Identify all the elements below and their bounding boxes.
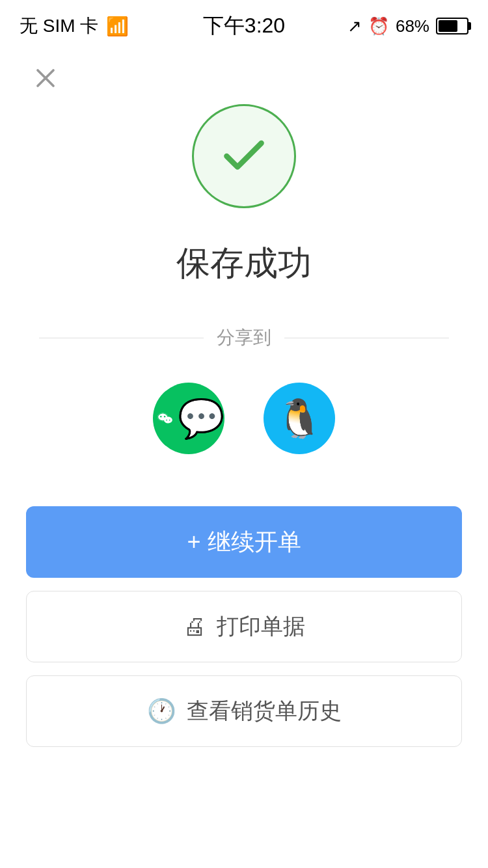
success-circle — [192, 104, 296, 208]
status-time: 下午3:20 — [203, 12, 285, 40]
history-icon: 🕐 — [147, 698, 176, 725]
checkmark-icon — [218, 130, 270, 182]
history-label: 查看销货单历史 — [187, 696, 342, 726]
svg-point-10 — [169, 419, 170, 420]
divider-right — [284, 338, 449, 338]
wechat-icon — [153, 398, 178, 440]
svg-point-5 — [160, 416, 161, 417]
divider-left — [39, 338, 204, 338]
battery-percent: 68% — [396, 16, 429, 36]
print-label: 打印单据 — [217, 612, 305, 642]
location-icon: ↗ — [347, 16, 362, 36]
battery-container — [436, 18, 468, 34]
alarm-icon: ⏰ — [368, 16, 389, 36]
continue-order-label: + 继续开单 — [187, 526, 301, 558]
battery-bar — [436, 18, 468, 34]
status-bar: 无 SIM 卡 📶 下午3:20 ↗ ⏰ 68% — [0, 0, 488, 52]
svg-point-9 — [166, 419, 167, 420]
main-content: 保存成功 分享到 💬 — [0, 52, 488, 747]
success-title: 保存成功 — [176, 241, 312, 286]
status-left: 无 SIM 卡 📶 — [20, 14, 129, 38]
qq-symbol: 🐧 — [276, 400, 323, 437]
print-button[interactable]: 🖨 打印单据 — [26, 591, 462, 662]
close-icon — [34, 66, 57, 90]
print-icon: 🖨 — [183, 613, 206, 640]
continue-order-button[interactable]: + 继续开单 — [26, 506, 462, 578]
svg-point-6 — [164, 416, 165, 417]
wifi-icon: 📶 — [106, 16, 129, 37]
carrier-text: 无 SIM 卡 — [20, 14, 98, 38]
share-icons: 💬 🐧 — [153, 383, 335, 454]
history-button[interactable]: 🕐 查看销货单历史 — [26, 675, 462, 747]
share-divider: 分享到 — [0, 325, 488, 350]
close-button[interactable] — [26, 59, 65, 98]
status-right: ↗ ⏰ 68% — [347, 16, 468, 36]
action-buttons: + 继续开单 🖨 打印单据 🕐 查看销货单历史 — [0, 506, 488, 747]
qq-share-button[interactable]: 🐧 — [264, 383, 335, 454]
battery-fill — [439, 20, 457, 32]
svg-point-8 — [165, 417, 172, 422]
wechat-share-button[interactable]: 💬 — [153, 383, 224, 454]
share-label: 分享到 — [204, 325, 284, 350]
wechat-symbol: 💬 — [178, 400, 224, 437]
